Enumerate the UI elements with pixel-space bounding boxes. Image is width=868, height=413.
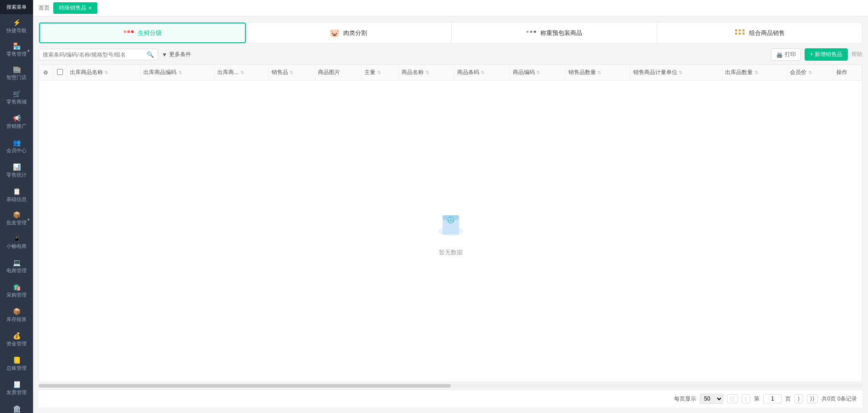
tab-meat-cut[interactable]: 🐷 肉类分割 xyxy=(246,23,451,43)
general-ledger-icon: 📒 xyxy=(13,356,21,364)
sort-icon: ⇅ xyxy=(679,70,682,75)
sidebar-item-member-center[interactable]: 👥 会员中心 xyxy=(0,134,33,159)
th-out-qty[interactable]: 出库品数量 ⇅ xyxy=(722,65,787,80)
pagination: 每页显示 50 10 20 100 ⟨⟨ ⟨ 第 1 页 ⟩ ⟩⟩ 共0页 0条… xyxy=(39,390,862,407)
purchase-mgmt-icon: 🛍️ xyxy=(13,283,21,291)
sidebar-item-general-ledger[interactable]: 📒 总账管理 xyxy=(0,352,33,376)
next-page-btn[interactable]: ⟩ xyxy=(794,394,803,403)
sort-icon: ⇅ xyxy=(597,70,601,75)
th-sale-item[interactable]: 销售品 ⇅ xyxy=(268,65,315,80)
sidebar-item-marketing[interactable]: 📢 营销推广 xyxy=(0,110,33,134)
sort-icon: ⇅ xyxy=(377,70,381,75)
page-input[interactable]: 1 xyxy=(763,394,782,403)
sort-icon: ⇅ xyxy=(755,70,758,75)
page-label-end: 页 xyxy=(785,395,791,403)
table-container: ⚙ 出库商品名称 ⇅ 出库商品编码 ⇅ 出库商. xyxy=(39,64,862,382)
help-button[interactable]: 帮助 xyxy=(851,51,862,58)
last-page-btn[interactable]: ⟩⟩ xyxy=(807,394,818,403)
meat-cut-icon: 🐷 xyxy=(329,28,340,38)
filter-button[interactable]: ▼ 更多条件 xyxy=(162,51,191,58)
quick-nav-icon: ⚡ xyxy=(13,19,21,26)
first-page-btn[interactable]: ⟨⟨ xyxy=(727,394,738,403)
svg-point-0 xyxy=(124,30,126,33)
th-member-price[interactable]: 会员价 ⇅ xyxy=(787,65,834,80)
ecom-mgmt-icon: 💻 xyxy=(13,259,21,266)
main-area: 首页 特殊销售品 ✕ 生鲜分级 🐷 肉类分 xyxy=(33,0,868,413)
sidebar-item-quick-nav[interactable]: ⚡ 快捷导航 xyxy=(0,14,33,39)
tab-fresh-grade[interactable]: 生鲜分级 xyxy=(39,23,246,43)
th-main-unit[interactable]: 主量 ⇅ xyxy=(362,65,399,80)
th-product-code[interactable]: 商品编码 ⇅ xyxy=(510,65,565,80)
th-product-name[interactable]: 商品名称 ⇅ xyxy=(399,65,454,80)
tab-weight-prepack[interactable]: 称重预包装商品 xyxy=(452,23,657,43)
sidebar-item-inventory[interactable]: 📦 库存核算 xyxy=(0,303,33,327)
topbar: 首页 特殊销售品 ✕ xyxy=(33,0,868,17)
mini-ecom-icon: 📱 xyxy=(13,235,21,242)
member-center-icon: 👥 xyxy=(13,139,21,146)
empty-state: 暂无数据 xyxy=(39,80,862,382)
th-product-img: 商品图片 xyxy=(315,65,362,80)
sidebar-item-invoice-mgmt[interactable]: 🧾 发票管理 xyxy=(0,376,33,401)
svg-point-15 xyxy=(447,216,454,224)
sidebar-item-retail-mgmt[interactable]: 🏪 零售管理 xyxy=(0,39,33,61)
sidebar-item-finance-mgmt[interactable]: 💰 资金管理 xyxy=(0,327,33,352)
marketing-icon: 📢 xyxy=(13,115,21,122)
sidebar-item-retail-stats[interactable]: 📊 零售统计 xyxy=(0,159,33,183)
svg-point-10 xyxy=(738,33,741,35)
sidebar-item-ecom-mgmt[interactable]: 💻 电商管理 xyxy=(0,254,33,279)
fresh-grade-icon xyxy=(123,28,134,38)
th-out-name[interactable]: 出库商品名称 ⇅ xyxy=(67,65,141,80)
data-table: ⚙ 出库商品名称 ⇅ 出库商品编码 ⇅ 出库商. xyxy=(39,65,862,80)
svg-point-3 xyxy=(527,31,529,33)
search-input[interactable] xyxy=(43,52,145,58)
th-settings[interactable]: ⚙ xyxy=(39,65,53,80)
th-out-spec[interactable]: 出库商... ⇅ xyxy=(215,65,269,80)
close-tab-icon[interactable]: ✕ xyxy=(88,6,92,11)
sort-icon: ⇅ xyxy=(178,70,182,75)
sidebar-item-wholesale-mgmt[interactable]: 📦 批发管理 xyxy=(0,207,33,230)
sort-icon: ⇅ xyxy=(481,70,484,75)
total-text: 共0页 0条记录 xyxy=(822,395,857,403)
weight-prepack-icon xyxy=(526,28,537,38)
svg-point-8 xyxy=(742,29,744,32)
sort-icon: ⇅ xyxy=(808,70,812,75)
sidebar-item-retail-mall[interactable]: 🛒 零售商城 xyxy=(0,86,33,110)
sidebar-item-purchase-mgmt[interactable]: 🛍️ 采购管理 xyxy=(0,279,33,303)
print-button[interactable]: 🖨️ 打印 xyxy=(771,48,801,61)
th-sale-unit[interactable]: 销售商品计量单位 ⇅ xyxy=(630,65,722,80)
combo-sales-icon xyxy=(734,28,745,38)
horizontal-scrollbar[interactable] xyxy=(39,384,862,388)
per-page-select[interactable]: 50 10 20 100 xyxy=(700,394,723,404)
svg-point-7 xyxy=(738,29,741,32)
svg-point-2 xyxy=(131,30,134,33)
sort-icon: ⇅ xyxy=(289,70,293,75)
scrollbar-thumb[interactable] xyxy=(39,384,451,388)
sort-icon: ⇅ xyxy=(536,70,540,75)
active-tab[interactable]: 特殊销售品 ✕ xyxy=(53,2,97,14)
th-action: 操作 xyxy=(834,65,862,80)
tab-combo-sales[interactable]: 组合商品销售 xyxy=(657,23,862,43)
sidebar-item-smart-store[interactable]: 🏬 智慧门店 xyxy=(0,61,33,86)
topbar-home[interactable]: 首页 xyxy=(39,4,50,12)
retail-mall-icon: 🛒 xyxy=(13,90,21,98)
svg-point-17 xyxy=(451,218,453,219)
retail-stats-icon: 📊 xyxy=(13,163,21,171)
search-icon[interactable]: 🔍 xyxy=(147,51,154,58)
empty-text: 暂无数据 xyxy=(439,248,463,257)
add-button[interactable]: + 新增销售品 xyxy=(805,48,848,61)
th-out-code[interactable]: 出库商品编码 ⇅ xyxy=(141,65,215,80)
select-all-checkbox[interactable] xyxy=(57,69,63,75)
inventory-icon: 📦 xyxy=(13,308,21,315)
sidebar-logo[interactable]: 搜索菜单 xyxy=(0,0,33,14)
finance-mgmt-icon: 💰 xyxy=(13,332,21,339)
sidebar: 搜索菜单 ⚡ 快捷导航 🏪 零售管理 🏬 智慧门店 🛒 零售商城 📢 营销推广 … xyxy=(0,0,33,413)
sidebar-item-basic-info[interactable]: 📋 基础信息 xyxy=(0,183,33,207)
th-sale-qty[interactable]: 销售品数量 ⇅ xyxy=(565,65,630,80)
sidebar-item-mini-ecom[interactable]: 📱 小畅电商 xyxy=(0,230,33,254)
th-checkbox[interactable] xyxy=(53,65,67,80)
th-barcode[interactable]: 商品条码 ⇅ xyxy=(454,65,510,80)
per-page-label: 每页显示 xyxy=(674,395,696,403)
sidebar-item-tax-mgmt[interactable]: 🏛️ 税务管理 xyxy=(0,401,33,413)
prev-page-btn[interactable]: ⟨ xyxy=(742,394,750,403)
search-box[interactable]: 🔍 xyxy=(39,49,158,60)
